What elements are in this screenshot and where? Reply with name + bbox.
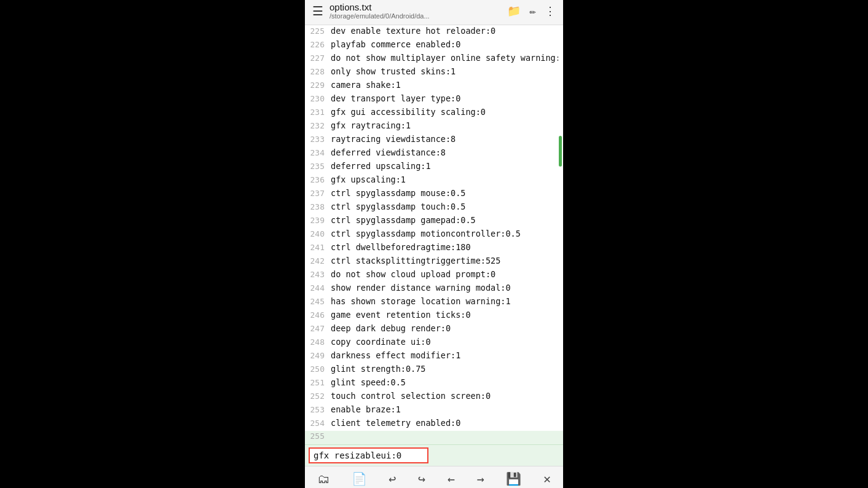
line-item: 239 ctrl_spyglassdamp_gamepad:0.5 bbox=[305, 214, 563, 228]
line-text: copy_coordinate_ui:0 bbox=[331, 337, 431, 347]
line-num: 246 bbox=[310, 310, 331, 320]
line-item: 247 deep_dark_debug_render:0 bbox=[305, 323, 563, 336]
line-text: touch_control_selection_screen:0 bbox=[331, 391, 491, 401]
line-item: 248 copy_coordinate_ui:0 bbox=[305, 336, 563, 350]
line-text: darkness_effect_modifier:1 bbox=[331, 350, 460, 360]
line-text: raytracing_viewdistance:8 bbox=[331, 134, 456, 144]
line-text: gfx_upscaling:1 bbox=[331, 175, 406, 184]
line-num: 248 bbox=[310, 337, 331, 347]
editor-window: ☰ options.txt /storage/emulated/0/Androi… bbox=[305, 0, 563, 488]
line-num: 251 bbox=[310, 378, 331, 387]
line-num: 240 bbox=[310, 229, 331, 238]
line-item: 243 do_not_show_cloud_upload_prompt:0 bbox=[305, 269, 563, 282]
line-text: playfab_commerce_enabled:0 bbox=[331, 39, 460, 49]
line-text: ctrl_stacksplittingtriggertime:525 bbox=[331, 256, 500, 266]
line-item: 245 has_shown_storage_location_warning:1 bbox=[305, 296, 563, 309]
line-item: 235 deferred_upscaling:1 bbox=[305, 160, 563, 174]
title-bar-text: options.txt /storage/emulated/0/Android/… bbox=[329, 2, 430, 20]
line-item: 228 only_show_trusted_skins:1 bbox=[305, 66, 563, 79]
line-num: 250 bbox=[310, 364, 331, 374]
line-item: 226 playfab_commerce_enabled:0 bbox=[305, 39, 563, 52]
line-num: 237 bbox=[310, 189, 331, 198]
line-text: deferred_upscaling:1 bbox=[331, 161, 431, 171]
content-area: 225 dev_enable_texture_hot_reloader:0 22… bbox=[305, 25, 563, 444]
line-num: 254 bbox=[310, 419, 331, 428]
search-box-container bbox=[305, 444, 563, 466]
toolbar-close-icon[interactable]: ✕ bbox=[541, 470, 553, 487]
line-text: deep_dark_debug_render:0 bbox=[331, 323, 451, 333]
line-text: glint_speed:0.5 bbox=[331, 377, 406, 387]
search-input[interactable] bbox=[309, 447, 428, 463]
line-item: 229 camera_shake:1 bbox=[305, 79, 563, 93]
toolbar-folder-icon[interactable]: 🗂 bbox=[315, 470, 332, 487]
line-item: 234 deferred_viewdistance:8 bbox=[305, 147, 563, 160]
line-item: 237 ctrl_spyglassdamp_mouse:0.5 bbox=[305, 187, 563, 201]
toolbar-undo-icon[interactable]: ↩ bbox=[386, 470, 398, 487]
line-item: 252 touch_control_selection_screen:0 bbox=[305, 390, 563, 404]
line-num: 252 bbox=[310, 392, 331, 401]
line-text: camera_shake:1 bbox=[331, 80, 401, 90]
line-item: 233 raytracing_viewdistance:8 bbox=[305, 133, 563, 147]
line-num: 232 bbox=[310, 121, 331, 130]
line-item: 232 gfx_raytracing:1 bbox=[305, 120, 563, 133]
line-text: game_event_retention_ticks:0 bbox=[331, 310, 471, 320]
toolbar-forward-icon[interactable]: → bbox=[475, 470, 487, 487]
line-num: 238 bbox=[310, 202, 331, 211]
line-text: dev_enable_texture_hot_reloader:0 bbox=[331, 26, 495, 36]
line-text: only_show_trusted_skins:1 bbox=[331, 66, 456, 76]
line-item: 240 ctrl_spyglassdamp_motioncontroller:0… bbox=[305, 228, 563, 242]
line-num: 234 bbox=[310, 148, 331, 157]
more-icon[interactable]: ⋮ bbox=[545, 4, 556, 17]
line-item: 238 ctrl_spyglassdamp_touch:0.5 bbox=[305, 201, 563, 214]
edit-icon[interactable]: ✏ bbox=[529, 4, 536, 17]
line-text: gfx_raytracing:1 bbox=[331, 120, 411, 130]
title-bar-left: ☰ options.txt /storage/emulated/0/Androi… bbox=[312, 2, 430, 20]
line-num: 247 bbox=[310, 324, 331, 333]
scrollbar[interactable] bbox=[559, 136, 562, 167]
line-item: 244 show_render_distance_warning_modal:0 bbox=[305, 282, 563, 296]
line-num: 245 bbox=[310, 297, 331, 306]
line-num: 228 bbox=[310, 67, 331, 76]
line-text: deferred_viewdistance:8 bbox=[331, 148, 446, 157]
toolbar-save-icon[interactable]: 💾 bbox=[503, 470, 524, 487]
line-item: 225 dev_enable_texture_hot_reloader:0 bbox=[305, 25, 563, 39]
file-title: options.txt bbox=[329, 2, 430, 12]
folder-icon[interactable]: 📁 bbox=[507, 4, 521, 17]
line-item: 246 game_event_retention_ticks:0 bbox=[305, 309, 563, 323]
line-num: 231 bbox=[310, 108, 331, 117]
line-item: 253 enable_braze:1 bbox=[305, 404, 563, 417]
line-text: show_render_distance_warning_modal:0 bbox=[331, 283, 511, 293]
line-text: dev_transport_layer_type:0 bbox=[331, 93, 460, 103]
line-text: do_not_show_cloud_upload_prompt:0 bbox=[331, 269, 495, 279]
toolbar-redo-icon[interactable]: ↪ bbox=[416, 470, 428, 487]
line-item: 230 dev_transport_layer_type:0 bbox=[305, 93, 563, 106]
line-num: 236 bbox=[310, 175, 331, 184]
line-text: gfx_gui_accessibility_scaling:0 bbox=[331, 107, 486, 117]
line-num: 253 bbox=[310, 405, 331, 414]
line-list: 225 dev_enable_texture_hot_reloader:0 22… bbox=[305, 25, 563, 444]
line-item: 249 darkness_effect_modifier:1 bbox=[305, 350, 563, 363]
line-num: 226 bbox=[310, 40, 331, 49]
line-text: ctrl_spyglassdamp_motioncontroller:0.5 bbox=[331, 229, 521, 238]
line-num: 239 bbox=[310, 216, 331, 225]
title-bar-actions: 📁 ✏ ⋮ bbox=[507, 4, 556, 17]
line-item: 250 glint_strength:0.75 bbox=[305, 363, 563, 377]
line-num: 227 bbox=[310, 53, 331, 63]
toolbar-file-icon[interactable]: 📄 bbox=[349, 470, 369, 487]
title-bar: ☰ options.txt /storage/emulated/0/Androi… bbox=[305, 0, 563, 25]
line-item: 241 ctrl_dwellbeforedragtime:180 bbox=[305, 242, 563, 255]
line-item-highlighted: 255 bbox=[305, 431, 563, 444]
line-num: 255 bbox=[310, 431, 331, 441]
menu-icon[interactable]: ☰ bbox=[312, 4, 323, 18]
line-num: 242 bbox=[310, 256, 331, 266]
line-num: 229 bbox=[310, 81, 331, 90]
line-item: 227 do_not_show_multiplayer_online_safet… bbox=[305, 52, 563, 66]
line-text: glint_strength:0.75 bbox=[331, 364, 425, 374]
line-text: client_telemetry_enabled:0 bbox=[331, 418, 460, 428]
line-num: 230 bbox=[310, 94, 331, 103]
line-num: 225 bbox=[310, 26, 331, 36]
line-num: 244 bbox=[310, 283, 331, 293]
toolbar-back-icon[interactable]: ← bbox=[445, 470, 457, 487]
line-item: 236 gfx_upscaling:1 bbox=[305, 174, 563, 187]
line-item: 254 client_telemetry_enabled:0 bbox=[305, 417, 563, 431]
